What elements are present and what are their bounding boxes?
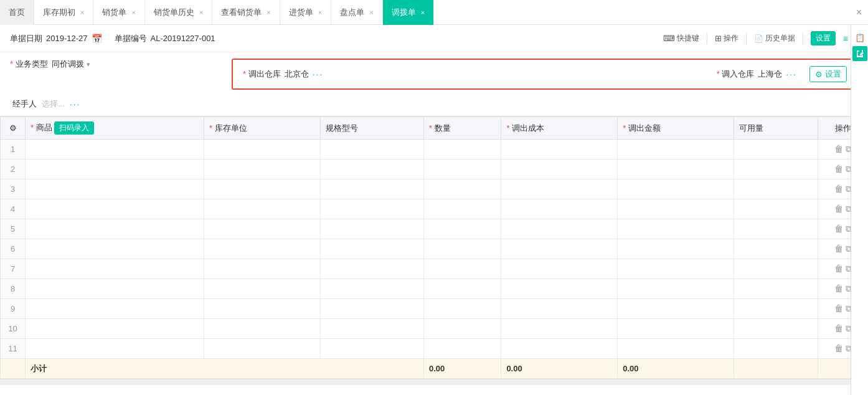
tab-close-purchase[interactable]: × <box>318 9 322 16</box>
form-header: 单据日期 2019-12-27 📅 单据编号 AL-20191227-001 ⌨… <box>0 25 868 52</box>
tab-close-sales-order[interactable]: × <box>131 9 135 16</box>
history-button[interactable]: 📄 历史单据 <box>754 33 795 44</box>
delete-icon[interactable]: 🗑 <box>834 204 843 214</box>
sidebar-link-icon[interactable] <box>852 46 867 61</box>
tab-close-stock-init[interactable]: × <box>80 9 84 16</box>
tab-inventory[interactable]: 盘点单 × <box>331 0 382 25</box>
form-row-2: 业务类型 同价调拨 ▾ 调出仓库 北京仓 ··· 调入仓库 上海仓 ··· ⚙ <box>0 52 868 96</box>
tab-stock-init[interactable]: 库存期初 × <box>34 0 93 25</box>
delete-icon[interactable]: 🗑 <box>834 244 843 254</box>
dropdown-arrow-icon: ▾ <box>87 60 90 69</box>
calendar-icon[interactable]: 📅 <box>92 34 102 44</box>
tab-sales-history[interactable]: 销货单历史 × <box>145 0 212 25</box>
transfer-in-group: 调入仓库 上海仓 ··· <box>717 69 797 80</box>
delete-icon[interactable]: 🗑 <box>834 264 843 274</box>
tab-purchase[interactable]: 进货单 × <box>280 0 331 25</box>
form-section-left: 业务类型 同价调拨 ▾ <box>10 59 222 90</box>
tab-transfer[interactable]: 调拨单 × <box>383 0 434 25</box>
number-value: AL-20191227-001 <box>151 34 215 43</box>
delete-icon[interactable]: 🗑 <box>834 303 843 313</box>
table-row: 6🗑⧉ <box>1 239 868 259</box>
tab-view-sales[interactable]: 查看销货单 × <box>212 0 280 25</box>
business-type-select[interactable]: 同价调拨 ▾ <box>52 59 101 70</box>
bottom-scrollbar[interactable] <box>0 379 868 385</box>
toolbar-right: ⌨ 快捷键 ⊞ 操作 📄 历史单据 设置 ≡ ⊟ <box>663 31 858 45</box>
tab-close-inventory[interactable]: × <box>369 9 373 16</box>
date-field: 单据日期 2019-12-27 📅 <box>10 33 102 44</box>
shortcuts-icon: ⌨ <box>663 34 675 43</box>
table-row: 7🗑⧉ <box>1 259 868 279</box>
warehouse-settings-button[interactable]: ⚙ 设置 <box>809 66 847 82</box>
shortcuts-button[interactable]: ⌨ 快捷键 <box>663 33 699 44</box>
col-header-unit: 库存单位 <box>204 117 321 140</box>
table-row: 2🗑⧉ <box>1 159 868 179</box>
divider-1 <box>707 33 707 44</box>
operations-button[interactable]: ⊞ 操作 <box>715 33 738 44</box>
transfer-in-more-icon[interactable]: ··· <box>786 69 797 79</box>
col-header-amount: 调出金额 <box>618 117 734 140</box>
col-header-cost: 调出成本 <box>501 117 618 140</box>
number-field: 单据编号 AL-20191227-001 <box>115 33 215 44</box>
tab-bar: 首页 库存期初 × 销货单 × 销货单历史 × 查看销货单 × 进货单 × 盘点… <box>0 0 868 25</box>
external-link-icon <box>856 49 864 58</box>
delete-icon[interactable]: 🗑 <box>834 343 843 353</box>
transfer-out-label: 调出仓库 <box>243 69 281 80</box>
window-close-button[interactable]: × <box>856 7 862 18</box>
table-row: 8🗑⧉ <box>1 279 868 299</box>
subtotal-cost: 0.00 <box>501 359 618 379</box>
tab-sales-order[interactable]: 销货单 × <box>93 0 144 25</box>
table-row: 9🗑⧉ <box>1 299 868 319</box>
operations-icon: ⊞ <box>715 34 722 43</box>
delete-icon[interactable]: 🗑 <box>834 283 843 293</box>
divider-3 <box>803 33 803 44</box>
delete-icon[interactable]: 🗑 <box>834 323 843 333</box>
subtotal-label: 小计 <box>26 359 424 379</box>
date-value: 2019-12-27 <box>46 34 88 43</box>
business-type-group: 业务类型 同价调拨 ▾ <box>10 59 222 70</box>
divider-2 <box>746 33 747 44</box>
scan-button[interactable]: 扫码录入 <box>54 121 94 135</box>
table-row: 11🗑⧉ <box>1 339 868 359</box>
col-header-goods: 商品 扫码录入 <box>26 117 204 140</box>
tab-home[interactable]: 首页 <box>0 0 34 25</box>
date-label: 单据日期 <box>10 33 42 44</box>
right-sidebar: 📋 <box>851 25 868 395</box>
layout-icon-1: ≡ <box>843 34 848 44</box>
table-row: 1🗑⧉ <box>1 140 868 159</box>
tab-close-transfer[interactable]: × <box>421 9 425 16</box>
table-row: 10🗑⧉ <box>1 319 868 339</box>
transfer-out-more-icon[interactable]: ··· <box>313 69 324 79</box>
person-select[interactable]: 选择... <box>42 98 65 110</box>
warehouse-section: 调出仓库 北京仓 ··· 调入仓库 上海仓 ··· ⚙ 设置 <box>232 59 858 90</box>
person-label: 经手人 <box>10 98 37 110</box>
transfer-out-value: 北京仓 <box>285 69 309 80</box>
delete-icon[interactable]: 🗑 <box>834 184 843 194</box>
person-more-icon[interactable]: ··· <box>70 99 81 109</box>
subtotal-qty: 0.00 <box>424 359 501 379</box>
settings-button[interactable]: 设置 <box>811 31 836 45</box>
table-wrapper: ⚙ 商品 扫码录入 库存单位 规格型号 数量 调出成本 调出金额 可用量 操作 … <box>0 116 868 379</box>
transfer-in-value: 上海仓 <box>758 69 782 80</box>
table-row: 5🗑⧉ <box>1 219 868 239</box>
col-header-settings[interactable]: ⚙ <box>1 117 26 140</box>
subtotal-amount: 0.00 <box>618 359 734 379</box>
transfer-in-label: 调入仓库 <box>717 69 755 80</box>
delete-icon[interactable]: 🗑 <box>834 224 843 234</box>
main-content: 单据日期 2019-12-27 📅 单据编号 AL-20191227-001 ⌨… <box>0 25 868 395</box>
table-row: 4🗑⧉ <box>1 199 868 219</box>
tab-close-view-sales[interactable]: × <box>267 9 270 16</box>
delete-icon[interactable]: 🗑 <box>834 144 843 154</box>
business-type-label: 业务类型 <box>10 59 48 70</box>
col-header-spec: 规格型号 <box>320 117 423 140</box>
gear-icon: ⚙ <box>815 70 823 79</box>
number-label: 单据编号 <box>115 33 147 44</box>
tab-close-sales-history[interactable]: × <box>199 9 203 16</box>
subtotal-row: 小计 0.00 0.00 0.00 <box>1 359 868 379</box>
col-header-qty: 数量 <box>424 117 501 140</box>
person-row: 经手人 选择... ··· <box>0 96 868 116</box>
history-icon: 📄 <box>754 34 763 43</box>
sidebar-notes-icon[interactable]: 📋 <box>852 30 867 45</box>
transfer-out-group: 调出仓库 北京仓 ··· <box>243 69 323 80</box>
table-row: 3🗑⧉ <box>1 179 868 199</box>
delete-icon[interactable]: 🗑 <box>834 164 843 174</box>
